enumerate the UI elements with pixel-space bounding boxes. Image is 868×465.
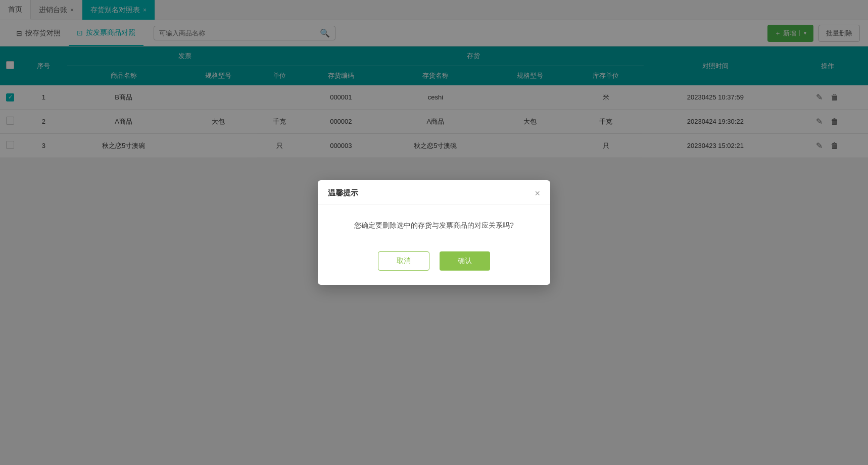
dialog-overlay: 温馨提示 × 您确定要删除选中的存货与发票商品的对应关系吗? 取消 确认 [0, 0, 868, 158]
